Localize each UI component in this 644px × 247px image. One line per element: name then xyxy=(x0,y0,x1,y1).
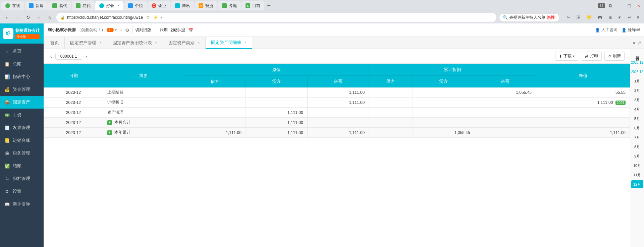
settings-icon: ⚙ xyxy=(4,188,10,194)
close-page-button[interactable]: × xyxy=(633,40,635,46)
sidebar-item-ledger[interactable]: 📋 总账 xyxy=(0,58,44,70)
row-orig-debit xyxy=(184,98,246,108)
period-date-2[interactable]: 2023.12 xyxy=(631,68,643,76)
browser-tab-geshui[interactable]: 个税 xyxy=(124,1,147,10)
add-account-button[interactable]: + xyxy=(119,27,122,33)
tab-close-icon[interactable]: × xyxy=(155,41,157,45)
sidebar-item-tax[interactable]: 🏛 税务管理 xyxy=(0,147,44,160)
restore-window-icon[interactable]: ⧉ xyxy=(606,2,614,10)
menu-button[interactable]: ≡ xyxy=(635,14,641,20)
browser-tab-tengxun[interactable]: 腾讯 xyxy=(171,1,194,10)
subtotal-icon: + xyxy=(107,130,112,135)
minimize-window-icon[interactable]: − xyxy=(616,2,624,10)
sidebar-item-archive[interactable]: 🗂 归档管理 xyxy=(0,172,44,185)
search-bar[interactable]: 🔍 央视更新主持人名单 热搜 xyxy=(499,13,559,22)
browser-tab-muqian[interactable]: S 目前 xyxy=(241,1,264,10)
sidebar-item-asset[interactable]: 📦 固定资产 xyxy=(0,96,44,109)
sidebar-item-trade[interactable]: 📒 进销台账 xyxy=(0,134,44,147)
browser-tab-changjie[interactable]: M 畅捷 xyxy=(195,1,217,10)
row-orig-debit xyxy=(184,87,246,98)
prev-page-button[interactable]: ‹ xyxy=(49,53,53,60)
reload-button[interactable]: ↻ xyxy=(24,13,32,21)
row-date: 2023-12 xyxy=(44,98,103,108)
tab-label: 固定资产明细账 xyxy=(211,40,241,46)
forward-button[interactable]: › xyxy=(13,13,21,21)
new-tab-button[interactable]: + xyxy=(265,2,273,10)
th-accumulated-depreciation: 累计折旧 xyxy=(369,64,536,76)
home-button[interactable]: ⌂ xyxy=(35,13,43,21)
row-net-value: 55.55 xyxy=(536,87,630,98)
support-button[interactable]: 👤 人工咨询 xyxy=(595,27,618,33)
brightness-button[interactable]: ☀ xyxy=(616,14,624,20)
tab-asset-detail[interactable]: 固定资产明细账 × xyxy=(206,37,253,49)
expand-page-button[interactable]: ⤢ xyxy=(637,40,641,46)
th-net-value: 净值 xyxy=(536,64,630,87)
sidebar-item-settings[interactable]: ⚙ 设置 xyxy=(0,185,44,198)
period-month-6[interactable]: 6月 xyxy=(631,124,643,132)
sidebar-item-salary[interactable]: 💵 工资 xyxy=(0,109,44,121)
bookmark-button[interactable]: ☆ xyxy=(46,13,54,21)
tab-close-icon[interactable]: × xyxy=(245,41,247,44)
period-month-8[interactable]: 8月 xyxy=(631,143,643,151)
sidebar-item-fund[interactable]: 💰 资金管理 xyxy=(0,83,44,96)
sidebar-item-guide[interactable]: 📖 新手引导 xyxy=(0,198,44,210)
settings-button[interactable]: ⚙ xyxy=(125,27,129,33)
company-selector[interactable]: 刘小艳演示账套 （勿删勿动！） 11 ▾ xyxy=(48,27,117,33)
tab-home[interactable]: 首页 xyxy=(44,37,65,49)
browser-tab-yidai1[interactable]: 易代 xyxy=(48,1,71,10)
undo-button[interactable]: ↩ xyxy=(626,14,633,20)
period-month-9[interactable]: 9月 xyxy=(631,152,643,160)
sidebar-item-invoice[interactable]: 🧾 发票管理 xyxy=(0,121,44,134)
sidebar-item-home[interactable]: ⌂ 首页 xyxy=(0,45,44,58)
period-month-5[interactable]: 5月 xyxy=(631,115,643,123)
row-accum-balance: 1,055.45 xyxy=(474,87,536,98)
tab-close-icon[interactable]: × xyxy=(198,41,200,45)
browser-tab-haohui[interactable]: 好会 × xyxy=(95,1,123,10)
maximize-window-icon[interactable]: □ xyxy=(625,2,633,10)
period-month-3[interactable]: 3月 xyxy=(631,96,643,104)
period-month-2[interactable]: 2月 xyxy=(631,86,643,95)
period-month-11[interactable]: 11月 xyxy=(631,171,643,179)
game-button[interactable]: 🎮 xyxy=(595,14,604,20)
period-month-12[interactable]: 12月 xyxy=(631,180,643,188)
tab-asset-management[interactable]: 固定资产管理 × xyxy=(65,37,107,49)
period-month-7[interactable]: 7月 xyxy=(631,133,643,141)
refresh-button[interactable]: ↻ 刷新 xyxy=(604,52,625,61)
grid-button[interactable]: ⊞ xyxy=(606,14,614,20)
print-button[interactable]: 🖨 打印 xyxy=(581,52,602,61)
browser-tab-yidai2[interactable]: 易代 xyxy=(72,1,95,10)
translate-button[interactable]: 译 xyxy=(574,14,582,21)
browser-tab-qiye[interactable]: C 企业 xyxy=(148,1,170,10)
tab-depreciation-table[interactable]: 固定资产折旧统计表 × xyxy=(107,37,163,49)
back-button[interactable]: ‹ xyxy=(3,13,11,21)
sidebar-item-label: 归档管理 xyxy=(13,176,30,182)
wallet-button[interactable]: 💛 xyxy=(584,14,593,20)
browser-tab-online[interactable]: 在线 xyxy=(1,1,24,10)
tab-close-icon[interactable]: × xyxy=(117,4,119,8)
switch-to-old-button[interactable]: 切到旧版 xyxy=(132,26,154,34)
tab-close-icon[interactable]: × xyxy=(100,41,102,45)
url-bar[interactable]: 🔒 https://cloud.chanjet.com/accounting/u… xyxy=(56,13,496,22)
tab-label: 新建 xyxy=(36,3,44,9)
sidebar-item-report[interactable]: 📊 报表中心 xyxy=(0,70,44,83)
period-month-4[interactable]: 4月 xyxy=(631,105,643,113)
sidebar-item-close-accounts[interactable]: ✅ 结账 xyxy=(0,160,44,172)
tab-label: 目前 xyxy=(252,3,260,9)
search-text: 央视更新主持人名单 xyxy=(509,15,545,20)
browser-tab-gedi[interactable]: 各地 xyxy=(218,1,241,10)
row-net-value xyxy=(536,108,630,118)
download-button[interactable]: ⬇ 下载 ▾ xyxy=(555,52,578,61)
row-date: 2023-12 xyxy=(44,128,103,138)
tab-asset-category[interactable]: 固定资产类别 × xyxy=(163,37,206,49)
calendar-icon[interactable]: 📅 xyxy=(188,28,193,33)
close-window-icon[interactable]: × xyxy=(635,2,643,10)
period-date-1[interactable]: 2023.12 xyxy=(631,58,643,66)
period-month-10[interactable]: 10月 xyxy=(631,162,643,170)
user-avatar-button[interactable]: 👤 徐译华 xyxy=(622,27,640,33)
row-accum-credit xyxy=(413,108,474,118)
browser-tab-new[interactable]: 新建 xyxy=(25,1,48,10)
next-page-button[interactable]: › xyxy=(84,53,89,60)
period-month-1[interactable]: 1月 xyxy=(631,77,643,85)
page-number-box[interactable]: 000001 1 xyxy=(55,53,82,60)
scissors-button[interactable]: ✂ xyxy=(565,14,572,20)
